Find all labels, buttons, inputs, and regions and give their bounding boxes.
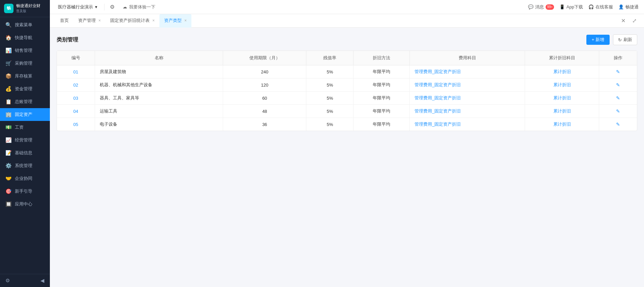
app-selector-chevron: ▾ [95,4,97,9]
cell-name: 房屋及建筑物 [95,65,223,78]
table-header: 编号名称使用期限（月）残值率折旧方法费用科目累计折旧科目操作 [57,51,637,65]
cell-action[interactable]: ✎ [599,118,637,131]
cell-name: 运输工具 [95,105,223,118]
topbar-messages[interactable]: 💬 消息 99+ [528,4,554,10]
tab-depreciation-table[interactable]: 固定资产折旧统计表× [105,14,159,28]
cell-cumulative_subject: 累计折旧 [525,65,599,78]
sidebar-icon-quick-nav: 🏠 [5,35,11,41]
app-selector[interactable]: 医疗器械行业演示 ▾ [55,3,100,11]
sidebar-item-ledger[interactable]: 📋 总账管理 [0,95,50,108]
col-header-duration: 使用期限（月） [223,51,306,65]
settings-icon[interactable]: ⚙ [5,278,10,284]
sidebar-item-quick-nav[interactable]: 🏠 快捷导航 [0,31,50,44]
sidebar-item-sales[interactable]: 📊 销售管理 [0,44,50,57]
topbar-user[interactable]: 👤 畅捷通 [618,4,639,10]
sidebar-icon-base-info: 📝 [5,150,11,156]
cell-depreciation_method: 年限平均 [354,105,410,118]
sidebar-icon-fixed-assets: 🏢 [5,111,11,118]
app-title-group: 畅捷通好业财 普及版 [16,3,40,13]
edit-icon[interactable]: ✎ [616,108,620,114]
tab-label-depreciation-table: 固定资产折旧统计表 [110,18,150,24]
cell-action[interactable]: ✎ [599,105,637,118]
sidebar-label-base-info: 基础信息 [15,150,32,156]
table-row: 04运输工具485%年限平均管理费用_固定资产折旧累计折旧✎ [57,105,637,118]
cell-code: 03 [57,92,95,105]
tab-close-asset-type[interactable]: × [184,18,187,23]
sidebar-item-fixed-assets[interactable]: 🏢 固定资产 [0,108,50,121]
sidebar-item-search[interactable]: 🔍 搜索菜单 [0,19,50,31]
cell-depreciation_method: 年限平均 [354,92,410,105]
sidebar-icon-guide: 🎯 [5,188,11,194]
sidebar-item-purchase[interactable]: 🛒 采购管理 [0,57,50,70]
edit-icon[interactable]: ✎ [616,69,620,74]
sidebar-icon-sales: 📊 [5,47,11,54]
sidebar-item-payroll[interactable]: 💵 工资 [0,121,50,134]
topbar-right: 💬 消息 99+ 📱 App下载 🎧 在线客服 👤 畅捷通 [528,4,639,10]
support-icon: 🎧 [588,4,594,9]
edit-icon[interactable]: ✎ [616,122,620,127]
cell-cumulative_subject: 累计折旧 [525,105,599,118]
add-button[interactable]: + 新增 [586,35,610,45]
sidebar-label-app-center: 应用中心 [15,201,32,207]
tab-label-home: 首页 [60,18,69,24]
app-download-icon: 📱 [559,4,565,9]
cell-action[interactable]: ✎ [599,92,637,105]
tab-close-asset-mgmt[interactable]: × [98,18,101,23]
cell-cumulative_subject: 累计折旧 [525,78,599,92]
sidebar-item-system[interactable]: ⚙️ 系统管理 [0,159,50,172]
refresh-button[interactable]: ↻ 刷新 [613,34,637,45]
cell-action[interactable]: ✎ [599,78,637,92]
collapse-icon[interactable]: ◀ [40,278,44,284]
sidebar-label-quick-nav: 快捷导航 [15,35,32,41]
sidebar-label-enterprise: 企业协同 [15,176,32,182]
col-header-residual_rate: 残值率 [306,51,354,65]
cell-action[interactable]: ✎ [599,65,637,78]
topbar-experience[interactable]: ☁ 我要体验一下 [123,4,155,10]
edit-icon[interactable]: ✎ [616,82,620,88]
sidebar-item-app-center[interactable]: 🔲 应用中心 [0,198,50,211]
sidebar-label-search: 搜索菜单 [15,22,32,28]
asset-type-table: 编号名称使用期限（月）残值率折旧方法费用科目累计折旧科目操作 01房屋及建筑物2… [57,51,637,131]
cell-expense_subject: 管理费用_固定资产折旧 [409,78,525,92]
expand-button[interactable]: ⤢ [630,17,639,25]
tab-close-depreciation-table[interactable]: × [152,18,155,23]
table-row: 02机器、机械和其他生产设备1205%年限平均管理费用_固定资产折旧累计折旧✎ [57,78,637,92]
cell-residual_rate: 5% [306,92,354,105]
sidebar-nav: 🔍 搜索菜单 🏠 快捷导航 📊 销售管理 🛒 采购管理 📦 库存核算 💰 资金管… [0,17,50,274]
asset-type-table-wrapper: 编号名称使用期限（月）残值率折旧方法费用科目累计折旧科目操作 01房屋及建筑物2… [57,51,637,131]
cell-residual_rate: 5% [306,65,354,78]
tab-asset-mgmt[interactable]: 资产管理× [73,14,105,28]
cell-code: 05 [57,118,95,131]
cell-name: 器具、工具、家具等 [95,92,223,105]
col-header-action: 操作 [599,51,637,65]
content-area: 类别管理 + 新增 ↻ 刷新 编号名称使用期限（月）残值率折旧方法费用科目累计折… [50,28,644,287]
username-label: 畅捷通 [625,4,639,10]
refresh-icon: ↻ [618,37,622,42]
close-tab-button[interactable]: ✕ [619,17,627,25]
sidebar-label-guide: 新手引导 [15,188,32,194]
sidebar-item-enterprise[interactable]: 🤝 企业协同 [0,172,50,185]
tab-home[interactable]: 首页 [55,14,73,28]
edit-icon[interactable]: ✎ [616,95,620,101]
sidebar-item-base-info[interactable]: 📝 基础信息 [0,147,50,159]
tabs-actions: ✕ ⤢ [619,17,639,25]
tabsbar: 首页资产管理×固定资产折旧统计表×资产类型× ✕ ⤢ [50,14,644,28]
user-icon: 👤 [618,4,624,9]
sidebar-item-capital[interactable]: 💰 资金管理 [0,83,50,95]
sidebar-label-fixed-assets: 固定资产 [15,111,32,118]
topbar-app-download[interactable]: 📱 App下载 [559,4,583,10]
cell-residual_rate: 5% [306,78,354,92]
topbar-online-support[interactable]: 🎧 在线客服 [588,4,613,10]
topbar-settings-icon[interactable]: ⚙ [109,2,116,11]
sidebar-item-operations[interactable]: 📈 经营管理 [0,134,50,147]
tab-asset-type[interactable]: 资产类型× [159,14,191,28]
tab-label-asset-type: 资产类型 [164,18,182,24]
cell-duration: 36 [223,118,306,131]
cell-duration: 60 [223,92,306,105]
sidebar-label-payroll: 工资 [15,124,24,130]
sidebar-item-guide[interactable]: 🎯 新手引导 [0,185,50,198]
message-icon: 💬 [528,4,533,9]
page-title: 类别管理 [57,36,78,43]
sidebar-item-inventory[interactable]: 📦 库存核算 [0,70,50,83]
sidebar-label-inventory: 库存核算 [15,73,32,79]
